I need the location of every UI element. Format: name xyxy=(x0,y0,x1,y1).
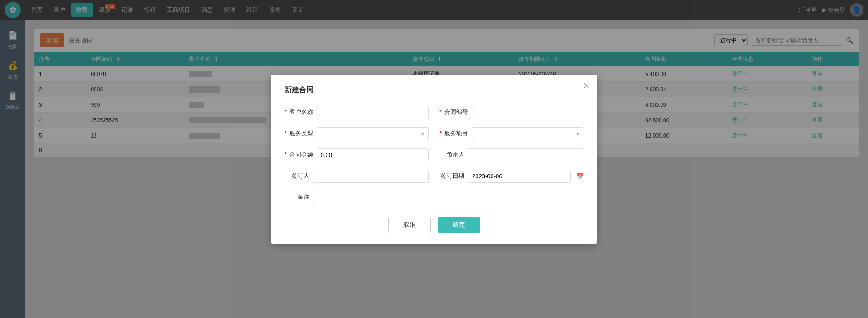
modal-overlay[interactable]: ✕ 新建合同 * 客户名称 * 合同编号 xyxy=(0,0,868,318)
required-mark-1: * xyxy=(285,109,287,115)
dialog-footer: 取消 确定 xyxy=(285,217,583,233)
required-mark-5: * xyxy=(285,151,287,158)
field-sign-date: 签订日期 📅 xyxy=(439,170,583,183)
field-contract-amount: * 合同金额 xyxy=(285,148,429,161)
field-signer: 签订人 xyxy=(285,170,429,183)
required-mark-2: * xyxy=(439,109,442,115)
new-contract-dialog: ✕ 新建合同 * 客户名称 * 合同编号 xyxy=(271,75,597,244)
label-signer: 签订人 xyxy=(285,172,309,180)
input-remark[interactable] xyxy=(313,191,583,204)
label-contract-no: * 合同编号 xyxy=(439,108,468,116)
label-responsible: 负责人 xyxy=(439,151,464,159)
required-mark-4: * xyxy=(439,130,442,137)
confirm-button[interactable]: 确定 xyxy=(438,217,480,233)
field-service-item: * 服务项目 ▼ xyxy=(439,127,583,140)
input-sign-date[interactable] xyxy=(468,170,571,183)
dialog-title: 新建合同 xyxy=(285,85,583,95)
input-signer[interactable] xyxy=(313,170,429,183)
form-row-4: 签订人 签订日期 📅 xyxy=(285,170,583,183)
form-row-3: * 合同金额 负责人 xyxy=(285,148,583,161)
label-customer-name: * 客户名称 xyxy=(285,108,313,116)
field-service-type: * 服务类型 ▼ xyxy=(285,127,429,140)
select-wrapper-service-item: ▼ xyxy=(472,127,583,140)
dialog-close-button[interactable]: ✕ xyxy=(583,81,590,91)
field-customer-name: * 客户名称 xyxy=(285,106,429,119)
select-service-item[interactable] xyxy=(472,127,583,140)
label-service-type: * 服务类型 xyxy=(285,129,313,138)
label-contract-amount: * 合同金额 xyxy=(285,151,313,159)
select-wrapper-service-type: ▼ xyxy=(317,127,429,140)
field-contract-no: * 合同编号 xyxy=(439,106,583,119)
input-responsible[interactable] xyxy=(468,148,583,161)
form-row-2: * 服务类型 ▼ * 服务项目 ▼ xyxy=(285,127,583,140)
input-contract-amount[interactable] xyxy=(317,148,429,161)
field-remark: 备注 xyxy=(285,191,583,204)
form-row-1: * 客户名称 * 合同编号 xyxy=(285,106,583,119)
cancel-button[interactable]: 取消 xyxy=(388,217,431,233)
field-responsible: 负责人 xyxy=(439,148,583,161)
label-sign-date: 签订日期 xyxy=(439,172,464,180)
input-customer-name[interactable] xyxy=(317,106,429,119)
calendar-icon[interactable]: 📅 xyxy=(576,173,583,180)
select-service-type[interactable] xyxy=(317,127,429,140)
required-mark-3: * xyxy=(285,130,287,137)
label-remark: 备注 xyxy=(285,193,309,201)
label-service-item: * 服务项目 xyxy=(439,129,468,138)
form-row-5: 备注 xyxy=(285,191,583,204)
input-contract-no[interactable] xyxy=(472,106,583,119)
